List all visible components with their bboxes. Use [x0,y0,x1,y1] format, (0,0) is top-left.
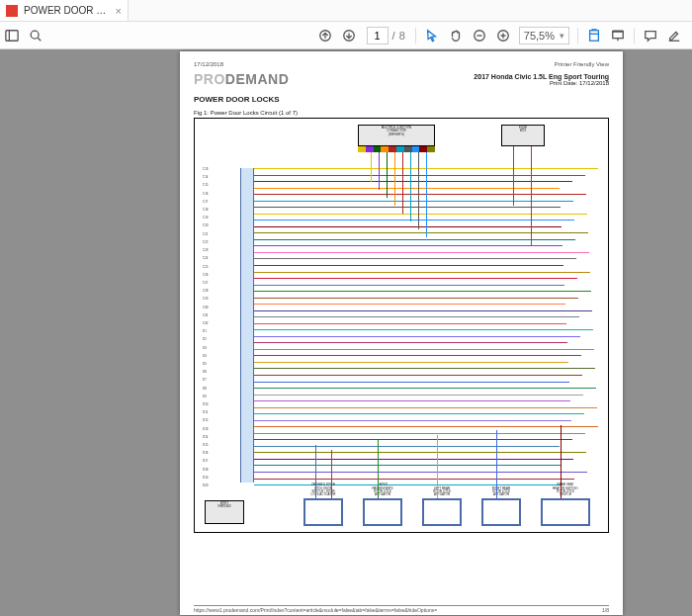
wire-line [254,484,562,485]
connector-caption: RIGHT REAR DOOR LOCK ACTUATOR [481,487,521,496]
wire-line [254,433,585,434]
tab-close-icon[interactable]: × [116,5,122,17]
pin-label: D11 [203,410,209,414]
pin-label: C15 [203,183,209,187]
wire-line [254,452,586,453]
pin-label: C13 [203,167,209,171]
module-label: MULTIPLE JUNCTION CONNECTOR (DRIVER'S) [360,127,433,136]
pin-label: D1 [203,329,207,333]
pin-label: D9 [203,395,207,398]
svg-marker-8 [427,30,435,41]
pin-label: C14 [203,175,209,179]
wire-line [254,368,595,369]
wire-drop [418,152,419,229]
pin-label: D6 [203,370,207,374]
wire-line [254,272,590,273]
pin-label: C31 [203,313,209,317]
connector-caption: FRONT PASSENGER'S DOOR LOCK ACTUATOR [363,484,402,496]
browser-tab[interactable]: POWER DOOR LO… × [0,0,129,21]
wire-line [254,479,574,480]
page-total: 8 [399,30,405,42]
wire-drop [402,152,403,214]
wire-line [254,459,573,460]
sidebar-toggle-button[interactable] [0,24,24,47]
page-indicator: / 8 [367,27,405,44]
wire-line [254,316,579,317]
wire-line [254,426,598,427]
wire-line [254,278,577,279]
pin-labels: C13C14C15C16C17C18C19C20C21C22C23C24C25C… [203,168,238,483]
wire-line [254,400,570,401]
header-date: 17/12/2018 [194,61,223,67]
pdf-viewport[interactable]: 17/12/2018 Printer Friendly View PRODEMA… [0,49,692,616]
connector-caption: REAR SEAT HEATER SWITCH / DOOR LOCK SWIT… [541,484,590,496]
connector-box [481,498,521,526]
wire-line [254,349,594,350]
brand-pro: PRO [194,71,225,87]
module-label: FUSE BOX [503,127,543,133]
browser-tab-title: POWER DOOR LO… [24,5,110,16]
wire-drop [394,152,395,206]
wire-drop [426,152,427,237]
wire-line [254,214,587,215]
toolbar-divider [577,28,578,44]
wire-line [254,342,567,343]
pin-label: C21 [203,232,209,236]
wire-line [254,388,596,389]
vehicle-info: 2017 Honda Civic 1.5L Eng Sport Touring … [474,73,609,86]
pin-label: C32 [203,321,209,325]
footer-url-text: https://www1.prodemand.com/Print/Index?c… [194,607,437,613]
pin-label: D15 [203,443,209,447]
wire-drop [561,425,562,498]
module-pin-row [358,146,435,152]
wire-line [254,310,592,311]
presentation-button[interactable] [606,24,630,47]
hand-pan-button[interactable] [444,24,468,47]
chevron-down-icon: ▾ [560,31,564,41]
wire-drop [315,445,316,498]
page-number-input[interactable] [367,27,389,44]
svg-rect-0 [6,30,18,41]
wire-line [254,472,587,473]
zoom-value: 75,5% [524,30,555,42]
zoom-in-button[interactable] [491,24,515,47]
connector-box [422,498,462,526]
pin-label: D19 [203,476,209,480]
wire-drop [496,430,497,498]
pin-label: C28 [203,289,209,293]
print-date-line: Print Date: 17/12/2018 [474,80,609,86]
cursor-select-button[interactable] [420,24,444,47]
page-running-header: 17/12/2018 Printer Friendly View [194,61,609,67]
view-mode-button[interactable] [582,24,606,47]
pin-label: D7 [203,378,207,382]
zoom-out-button[interactable] [468,24,491,47]
edit-button[interactable] [662,24,686,47]
wire-line [254,239,575,240]
pin-label: D18 [203,468,209,472]
pin-label: C22 [203,240,209,244]
wire-line [254,207,561,208]
pin-label: D3 [203,346,207,350]
pin-label: C24 [203,256,209,260]
connector-caption: DRIVER'S DOOR LOCK KNOB SWITCH / DOOR LO… [303,484,343,496]
wire-drop [371,152,372,182]
pin-label: C26 [203,273,209,277]
upload-button[interactable] [313,24,337,47]
pdf-page: 17/12/2018 Printer Friendly View PRODEMA… [180,51,623,615]
wire-line [254,439,572,440]
wire-line [254,446,560,447]
find-button[interactable] [24,24,47,47]
pin-label: D12 [203,418,209,422]
brand-logo: PRODEMAND [194,71,289,87]
zoom-dropdown[interactable]: 75,5% ▾ [519,27,569,44]
pin-label: C18 [203,208,209,212]
download-button[interactable] [337,24,361,47]
connector-box [303,498,343,526]
pin-label: D10 [203,402,209,406]
wire-line [254,226,562,227]
wire-line [254,194,586,195]
pin-label: C16 [203,192,209,196]
pin-label: D20 [203,484,209,487]
pin-label: C27 [203,281,209,285]
comment-button[interactable] [639,24,662,47]
